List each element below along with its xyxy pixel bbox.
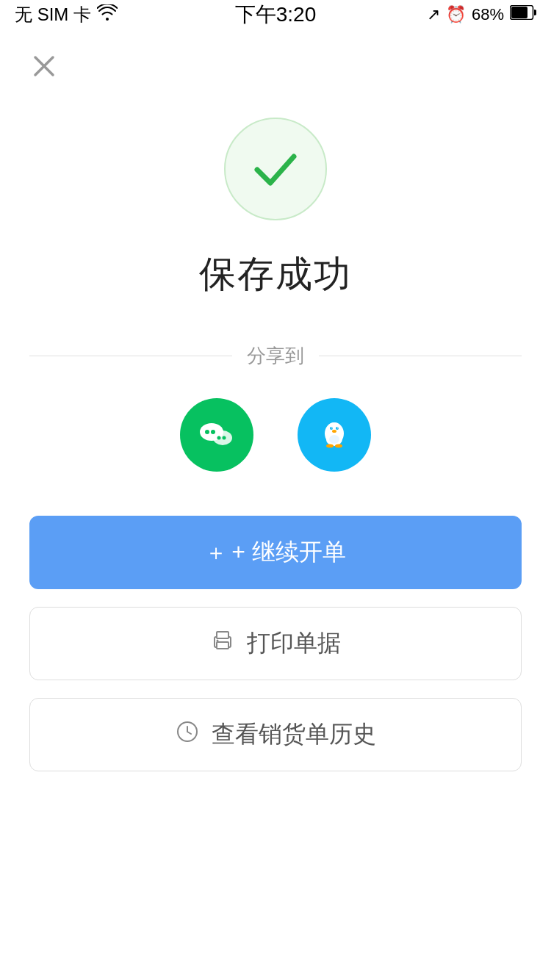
- divider-left: [29, 356, 232, 356]
- checkmark-icon: [250, 143, 301, 195]
- status-right: ↗ ⏰ 68%: [427, 5, 536, 24]
- share-icons: [180, 398, 371, 472]
- svg-point-5: [205, 430, 209, 434]
- svg-rect-22: [217, 632, 228, 638]
- svg-point-6: [211, 430, 215, 434]
- success-icon-wrapper: [224, 118, 327, 220]
- printer-icon: [210, 628, 235, 659]
- location-icon: ↗: [427, 5, 440, 24]
- action-buttons: ＋ + 继续开单 打印单据 查看销货单历: [29, 516, 522, 771]
- share-section: 分享到: [29, 343, 522, 472]
- svg-point-20: [335, 444, 342, 448]
- svg-point-8: [217, 436, 221, 440]
- alarm-icon: ⏰: [446, 5, 466, 24]
- status-left: 无 SIM 卡: [15, 3, 118, 26]
- main-content: 保存成功 分享到: [0, 103, 551, 980]
- wifi-icon: [97, 4, 118, 25]
- success-title: 保存成功: [199, 250, 352, 299]
- history-label: 查看销货单历史: [212, 718, 376, 751]
- share-label: 分享到: [247, 343, 304, 369]
- continue-label: + 继续开单: [231, 536, 346, 569]
- print-button[interactable]: 打印单据: [29, 607, 522, 680]
- print-label: 打印单据: [247, 627, 341, 660]
- svg-point-14: [331, 428, 333, 429]
- svg-point-16: [332, 430, 336, 433]
- battery-icon: [510, 5, 536, 24]
- history-icon: [175, 719, 200, 750]
- continue-button[interactable]: ＋ + 继续开单: [29, 516, 522, 589]
- wechat-share-button[interactable]: [180, 398, 253, 472]
- svg-point-9: [223, 436, 226, 440]
- svg-rect-1: [511, 7, 527, 18]
- status-time: 下午3:20: [235, 1, 317, 29]
- battery-text: 68%: [472, 5, 504, 24]
- svg-point-18: [329, 435, 339, 444]
- status-bar: 无 SIM 卡 下午3:20 ↗ ⏰ 68%: [0, 0, 551, 29]
- qq-share-button[interactable]: [298, 398, 371, 472]
- plus-icon: ＋: [205, 538, 227, 568]
- share-divider: 分享到: [29, 343, 522, 369]
- svg-point-15: [337, 428, 339, 429]
- svg-point-19: [326, 444, 334, 448]
- divider-right: [319, 356, 522, 356]
- svg-point-24: [217, 640, 219, 642]
- no-sim-text: 无 SIM 卡: [15, 3, 91, 26]
- svg-rect-23: [217, 642, 228, 649]
- history-button[interactable]: 查看销货单历史: [29, 698, 522, 771]
- close-button[interactable]: [22, 44, 66, 88]
